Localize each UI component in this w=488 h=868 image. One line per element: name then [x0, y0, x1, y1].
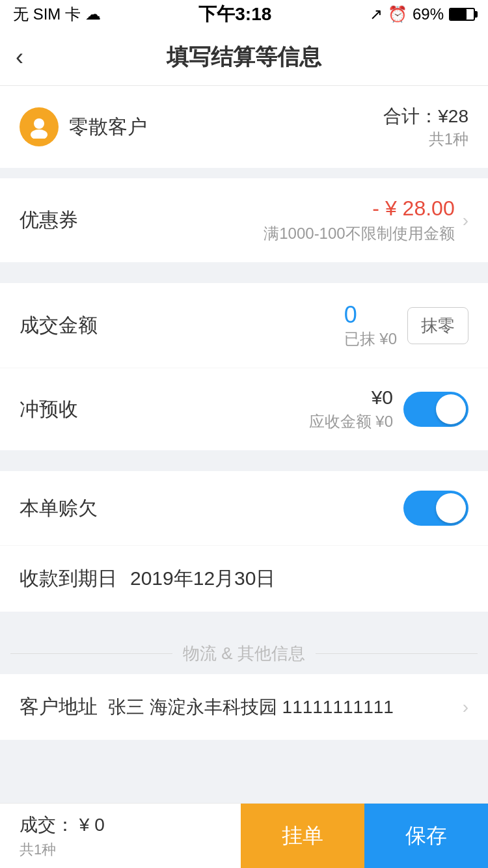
debt-row: 本单赊欠	[0, 471, 488, 545]
svg-point-1	[31, 129, 47, 139]
status-left: 无 SIM 卡 ☁	[13, 4, 101, 25]
transaction-row: 成交金额 0 已抹 ¥0 抹零	[0, 283, 488, 368]
back-button[interactable]: ‹	[16, 44, 23, 71]
status-time: 下午3:18	[198, 2, 271, 27]
coupon-label: 优惠券	[20, 207, 78, 234]
sim-signal: 无 SIM 卡 ☁	[13, 4, 101, 25]
total-amount: 合计：¥28	[383, 104, 468, 129]
customer-row: 零散客户 合计：¥28 共1种	[0, 86, 488, 168]
advance-label: 冲预收	[20, 396, 78, 423]
debt-section: 本单赊欠 收款到期日 2019年12月30日	[0, 471, 488, 612]
summary-label: 成交：	[20, 815, 74, 835]
address-value: 张三 海淀永丰科技园 11111111111	[108, 695, 452, 720]
total-count: 共1种	[383, 129, 468, 150]
already-rounded: 已抹 ¥0	[344, 329, 397, 349]
bottom-summary: 成交： ¥ 0 共1种	[0, 813, 241, 860]
alarm-icon: ⏰	[388, 5, 407, 23]
battery-icon	[449, 8, 475, 21]
logistics-divider: 物流 & 其他信息	[0, 632, 488, 674]
coupon-section: 优惠券 - ¥ 28.00 满1000-100不限制使用金额 ›	[0, 178, 488, 262]
address-row[interactable]: 客户地址 张三 海淀永丰科技园 11111111111 ›	[0, 674, 488, 740]
logistics-line-left	[10, 653, 172, 654]
customer-name: 零散客户	[69, 114, 147, 141]
summary-amount: ¥ 0	[79, 815, 105, 835]
coupon-description: 满1000-100不限制使用金额	[264, 223, 454, 244]
summary-top: 成交： ¥ 0	[20, 813, 221, 837]
toggle-knob	[436, 394, 466, 424]
customer-total: 合计：¥28 共1种	[383, 104, 468, 150]
advance-toggle[interactable]	[403, 392, 468, 427]
summary-count: 共1种	[20, 840, 221, 860]
chevron-right-icon: ›	[463, 210, 468, 231]
transaction-info: 0 已抹 ¥0	[344, 301, 397, 349]
round-zero-button[interactable]: 抹零	[407, 307, 468, 344]
section-divider-1	[0, 273, 488, 283]
transaction-label: 成交金额	[20, 312, 98, 339]
location-icon: ↗	[370, 5, 383, 23]
nav-bar: ‹ 填写结算等信息	[0, 29, 488, 86]
logistics-text: 物流 & 其他信息	[183, 642, 305, 665]
section-divider-2	[0, 461, 488, 471]
advance-row: 冲预收 ¥0 应收金额 ¥0	[0, 368, 488, 450]
advance-right: ¥0 应收金额 ¥0	[309, 387, 468, 432]
debt-label: 本单赊欠	[20, 495, 98, 522]
bottom-bar: 成交： ¥ 0 共1种 挂单 保存	[0, 803, 488, 868]
coupon-info: - ¥ 28.00 满1000-100不限制使用金额	[264, 197, 454, 244]
due-date-label: 收款到期日	[20, 565, 117, 592]
debt-toggle-knob	[436, 493, 466, 523]
hold-button[interactable]: 挂单	[241, 804, 364, 868]
coupon-right: - ¥ 28.00 满1000-100不限制使用金额 ›	[264, 197, 468, 244]
due-date-row: 收款到期日 2019年12月30日	[0, 545, 488, 612]
svg-point-0	[34, 118, 44, 129]
advance-receivable: 应收金额 ¥0	[309, 411, 393, 432]
battery-percent: 69%	[413, 5, 444, 23]
avatar	[20, 107, 59, 146]
advance-amount: ¥0	[309, 387, 393, 409]
due-date-value: 2019年12月30日	[130, 565, 275, 592]
status-right: ↗ ⏰ 69%	[370, 5, 475, 23]
coupon-discount: - ¥ 28.00	[264, 197, 454, 221]
customer-info: 零散客户	[20, 107, 147, 146]
address-section: 客户地址 张三 海淀永丰科技园 11111111111 ›	[0, 674, 488, 740]
logistics-line-right	[316, 653, 478, 654]
transaction-section: 成交金额 0 已抹 ¥0 抹零 冲预收 ¥0 应收金额 ¥0	[0, 283, 488, 450]
transaction-right: 0 已抹 ¥0 抹零	[344, 301, 468, 349]
page-title: 填写结算等信息	[167, 42, 321, 72]
section-divider-3	[0, 622, 488, 632]
coupon-row[interactable]: 优惠券 - ¥ 28.00 满1000-100不限制使用金额 ›	[0, 178, 488, 262]
debt-toggle[interactable]	[403, 491, 468, 526]
status-bar: 无 SIM 卡 ☁ 下午3:18 ↗ ⏰ 69%	[0, 0, 488, 29]
advance-info: ¥0 应收金额 ¥0	[309, 387, 393, 432]
save-button[interactable]: 保存	[364, 804, 488, 868]
address-label: 客户地址	[20, 694, 98, 720]
content: 零散客户 合计：¥28 共1种 优惠券 - ¥ 28.00 满1000-100不…	[0, 86, 488, 828]
address-chevron-icon: ›	[463, 697, 468, 718]
transaction-value: 0	[344, 301, 397, 329]
